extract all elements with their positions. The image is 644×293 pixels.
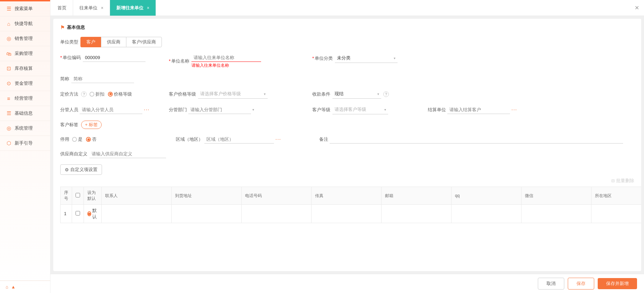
customer-level-select[interactable]: 请选择客户等级 ▾ xyxy=(332,105,388,114)
row-region-input[interactable] xyxy=(595,210,641,218)
yes-radio-circle xyxy=(72,137,77,142)
col-seq: 序号 xyxy=(61,187,72,205)
form-field-customer-tag: 客户标签 + 标签 xyxy=(60,121,158,129)
manager-label: 分管人员 xyxy=(60,107,78,113)
row-default-radio[interactable]: 默认 xyxy=(87,207,98,220)
payment-terms-help-icon[interactable]: ? xyxy=(383,91,389,97)
guide-icon: ⬡ xyxy=(6,140,12,146)
unit-name-input[interactable] xyxy=(191,54,261,62)
sidebar-item-system[interactable]: ◎ 系统管理 xyxy=(0,121,50,136)
tab-new-contact[interactable]: 新增往来单位 × xyxy=(110,0,156,16)
pricing-radio-discount[interactable]: 折扣 xyxy=(89,91,104,97)
row-fax-input[interactable] xyxy=(315,210,378,218)
bottom-icon1[interactable]: ⌂ xyxy=(6,284,8,290)
supplier-custom-input[interactable] xyxy=(89,150,166,158)
system-icon: ◎ xyxy=(6,125,12,131)
pricing-method-label: 定价方法 xyxy=(60,91,78,97)
manager-more-icon[interactable]: ··· xyxy=(144,107,149,113)
row-phone-input[interactable] xyxy=(245,210,308,218)
sidebar-item-finance[interactable]: ⊙ 资金管理 xyxy=(0,76,50,91)
tab-new-contact-label: 新增往来单位 xyxy=(116,5,143,11)
tab-contacts-close[interactable]: × xyxy=(101,6,103,10)
sidebar-item-search[interactable]: ☰ 搜索菜单 xyxy=(0,1,50,16)
basic-info-icon: ☰ xyxy=(6,110,12,116)
payment-terms-label: 收款条件 xyxy=(312,91,330,97)
department-chevron: ▾ xyxy=(252,108,254,112)
manager-input[interactable] xyxy=(80,106,142,114)
form-row-customer-tag: 客户标签 + 标签 xyxy=(60,121,634,129)
row-email xyxy=(382,205,451,223)
row-address xyxy=(172,205,242,223)
form-row-abbrev: 简称 xyxy=(60,75,634,83)
sidebar-item-guide[interactable]: ⬡ 新手引导 xyxy=(0,136,50,151)
discount-label: 折扣 xyxy=(95,91,104,97)
settlement-unit-label: 结算单位 xyxy=(428,107,446,113)
select-all-checkbox[interactable] xyxy=(76,193,80,197)
unit-name-input-group: 请输入往来单位名称 xyxy=(191,54,261,68)
row-wechat-input[interactable] xyxy=(525,210,588,218)
tab-new-contact-close[interactable]: × xyxy=(147,6,149,10)
disabled-radio-yes[interactable]: 是 xyxy=(72,136,83,143)
sidebar-item-inventory[interactable]: ⊡ 库存核算 xyxy=(0,61,50,76)
sidebar-item-sales[interactable]: ◎ 销售管理 xyxy=(0,31,50,46)
tab-contacts[interactable]: 往来单位 × xyxy=(73,0,110,16)
sidebar-item-label-purchase: 采购管理 xyxy=(15,50,33,57)
unit-type-btn-both[interactable]: 客户/供应商 xyxy=(126,37,162,47)
form-field-remark: 备注 xyxy=(319,135,623,144)
tab-home[interactable]: 首页 xyxy=(50,0,73,16)
settlement-unit-more-icon[interactable]: ··· xyxy=(511,107,517,113)
region-label: 区域（地区） xyxy=(176,136,203,143)
abbrev-input[interactable] xyxy=(71,75,134,83)
row-address-input[interactable] xyxy=(175,210,238,218)
sidebar-item-operations[interactable]: ≡ 经营管理 xyxy=(0,91,50,106)
payment-terms-select[interactable]: 现结 ▾ xyxy=(332,89,381,99)
customer-level-placeholder: 请选择客户等级 xyxy=(335,106,383,113)
batch-delete-label[interactable]: 批量删除 xyxy=(616,178,634,184)
sidebar-item-label-basic-info: 基础信息 xyxy=(15,110,33,116)
pricing-radio-group: 折扣 价格等级 xyxy=(89,91,132,97)
form-field-customer-level: 客户等级 请选择客户等级 ▾ xyxy=(312,105,410,114)
home-icon: ⌂ xyxy=(6,21,12,27)
pricing-help-icon[interactable]: ? xyxy=(81,91,87,97)
row-qq-input[interactable] xyxy=(455,210,518,218)
disabled-radio-group: 是 否 xyxy=(72,136,96,143)
section-title-basic-info: ⚑ 基本信息 xyxy=(60,24,634,31)
row-email-input[interactable] xyxy=(385,210,448,218)
unit-category-label: *单位分类 xyxy=(312,55,333,62)
row-phone xyxy=(242,205,312,223)
department-input[interactable] xyxy=(188,106,251,114)
sidebar-item-quick-nav[interactable]: ⌂ 快捷导航 xyxy=(0,16,50,31)
settlement-unit-input[interactable] xyxy=(447,106,510,114)
section-title-label: 基本信息 xyxy=(67,24,85,31)
col-contact: 联系人 xyxy=(102,187,172,205)
bottom-icon2[interactable]: ▲ xyxy=(11,284,16,290)
remark-input[interactable] xyxy=(330,135,623,144)
row-checkbox[interactable] xyxy=(76,211,80,215)
unit-category-select[interactable]: 未分类 ▾ xyxy=(335,54,398,63)
save-button[interactable]: 保存 xyxy=(568,278,594,290)
custom-settings-button[interactable]: ⚙ 自定义项设置 xyxy=(60,164,102,175)
row-contact-input[interactable] xyxy=(105,210,168,218)
custom-settings-label: 自定义项设置 xyxy=(70,166,97,173)
unit-name-error: 请输入往来单位名称 xyxy=(191,63,261,68)
region-input[interactable] xyxy=(204,135,274,144)
form-field-payment-terms: 收款条件 现结 ▾ ? xyxy=(312,89,410,99)
customer-price-level-select[interactable]: 请选择客户价格等级 ▾ xyxy=(198,89,268,99)
add-tag-button[interactable]: + 标签 xyxy=(81,121,102,129)
window-close-button[interactable]: ✕ xyxy=(630,5,644,11)
pricing-radio-level[interactable]: 价格等级 xyxy=(108,91,132,97)
col-phone: 电话号码 xyxy=(242,187,312,205)
col-address: 到货地址 xyxy=(172,187,242,205)
cancel-button[interactable]: 取消 xyxy=(538,278,564,290)
sidebar-item-basic-info[interactable]: ☰ 基础信息 xyxy=(0,106,50,121)
save-and-new-button[interactable]: 保存并新增 xyxy=(598,278,637,289)
supplier-custom-label: 供应商自定义 xyxy=(60,151,87,157)
unit-type-btn-supplier[interactable]: 供应商 xyxy=(101,37,126,47)
finance-icon: ⊙ xyxy=(6,80,12,87)
sidebar-item-purchase[interactable]: 🛍 采购管理 xyxy=(0,46,50,61)
region-more-icon[interactable]: ··· xyxy=(275,136,281,143)
abbrev-label: 简称 xyxy=(60,76,69,82)
unit-type-btn-customer[interactable]: 客户 xyxy=(80,37,101,47)
disabled-radio-no[interactable]: 否 xyxy=(86,136,96,143)
unit-code-input[interactable] xyxy=(83,54,146,62)
